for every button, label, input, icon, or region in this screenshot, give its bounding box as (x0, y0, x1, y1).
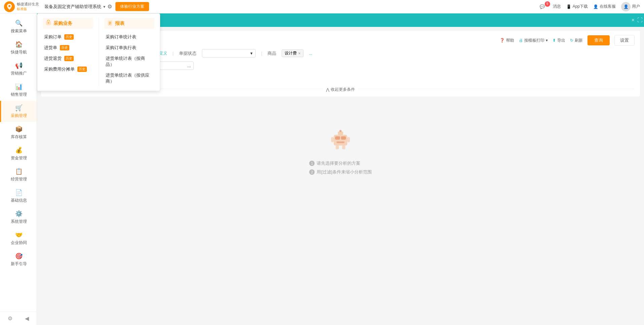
sidebar-item-quick[interactable]: 🏠 快捷导航 (0, 37, 37, 58)
home-icon: 🏠 (15, 41, 23, 48)
tab-bar-right: × ⛶ (632, 17, 643, 23)
collapse-line-right (358, 89, 635, 89)
system-icon: ⚙️ (15, 210, 23, 217)
svg-rect-4 (336, 141, 345, 143)
voucher-status-dropdown-icon: ▾ (250, 51, 253, 56)
goods-label: 商品 (267, 50, 276, 56)
svg-rect-10 (342, 146, 346, 149)
app-download-btn[interactable]: 📱 App下载 (566, 4, 588, 9)
sys-title-area: 装备及固定资产辅助管理系统 ▾ ⚙ (44, 3, 112, 10)
collapse-btn[interactable]: ⋀ 收起更多条件 (326, 87, 355, 92)
dropdown-purchase-order[interactable]: 采购订单 历史 (43, 32, 93, 42)
help-icon: ❓ (500, 38, 505, 43)
svg-rect-2 (335, 136, 340, 140)
svg-rect-1 (334, 135, 347, 146)
svg-rect-7 (331, 137, 334, 142)
search-icon: 🔍 (15, 19, 23, 27)
refresh-icon: ↻ (570, 38, 573, 43)
sales-icon: 📊 (15, 83, 23, 90)
logo-text: 畅捷通好生意 (17, 2, 39, 6)
dropdown-report-col: 报表 采购订单统计表 采购订单执行表 进货单统计表（按商品） 进货单统计表（按供… (99, 18, 160, 87)
report-title-icon (107, 20, 113, 27)
help-btn[interactable]: ❓ 帮助 (500, 38, 514, 43)
sys-settings-btn[interactable]: ⚙ (107, 3, 112, 10)
sidebar-item-purchase[interactable]: 🛒 采购管理 (0, 101, 37, 122)
collab-icon: 🤝 (15, 231, 23, 239)
service-icon: 👤 (593, 4, 598, 9)
svg-rect-9 (336, 146, 339, 149)
sidebar-item-collab[interactable]: 🤝 企业协同 (0, 228, 37, 249)
empty-state: 1 请先选择要分析的方案 2 用[过滤]条件来缩小分析范围 (41, 100, 640, 203)
print-dropdown-icon: ▾ (546, 38, 548, 43)
dropdown-purchase-receive[interactable]: 进货单 历史 (43, 42, 93, 53)
sidebar-item-basic[interactable]: 📄 基础信息 (0, 186, 37, 207)
goods-tag-close[interactable]: × (298, 51, 300, 56)
message-badge: 9 (545, 1, 550, 7)
sidebar-collapse-btn[interactable]: ◀ (25, 315, 29, 322)
salesman-more-icon: ... (187, 63, 191, 68)
print-btn[interactable]: 🖨 按模板打印 ▾ (519, 38, 548, 43)
svg-rect-8 (347, 137, 350, 142)
dropdown-report-order-exec[interactable]: 采购订单执行表 (104, 42, 155, 53)
svg-rect-3 (341, 136, 346, 140)
report-section-title: 报表 (104, 18, 155, 29)
dropdown-report-order-stat[interactable]: 采购订单统计表 (104, 32, 155, 42)
svg-point-6 (339, 130, 342, 132)
sidebar: 🔍 搜索菜单 🏠 快捷导航 📢 营销推广 📊 销售管理 🛒 采购管理 📦 库存核… (0, 13, 37, 325)
collapse-icon: ⋀ (326, 87, 329, 92)
dropdown-report-receive-goods[interactable]: 进货单统计表（按商品） (104, 53, 155, 70)
purchase-icon: 🛒 (15, 104, 23, 112)
history-badge-2: 历史 (64, 56, 74, 61)
history-badge-3: 历史 (77, 67, 87, 72)
empty-tip-2: 2 用[过滤]条件来缩小分析范围 (309, 168, 371, 176)
filter-settings-btn[interactable]: 设置 (614, 35, 635, 46)
tab-window-maximize-btn[interactable]: ⛶ (637, 17, 643, 23)
dropdown-report-receive-supplier[interactable]: 进货单统计表（按供应商） (104, 70, 155, 87)
empty-illustration (327, 127, 354, 154)
trial-btn[interactable]: 体验行业方案 (115, 2, 149, 11)
inventory-icon: 📦 (15, 125, 23, 133)
operation-icon: 📋 (15, 168, 23, 175)
export-btn[interactable]: ⬆ 导出 (552, 38, 565, 43)
query-btn[interactable]: 查询 (587, 35, 610, 45)
message-icon: 💬 (540, 4, 545, 9)
guide-icon: 🎯 (15, 252, 23, 260)
marketing-icon: 📢 (15, 62, 23, 69)
goods-more-btn[interactable]: ... (309, 51, 312, 56)
empty-tip-1: 1 请先选择要分析的方案 (309, 159, 371, 168)
voucher-status-label: 单据状态 (179, 50, 196, 56)
sidebar-item-system[interactable]: ⚙️ 系统管理 (0, 207, 37, 228)
sidebar-item-operation[interactable]: 📋 经营管理 (0, 164, 37, 186)
sidebar-item-finance[interactable]: 💰 资金管理 (0, 143, 37, 164)
sidebar-settings-btn[interactable]: ⚙ (8, 315, 12, 322)
header-right: 💬 9 消息 📱 App下载 👤 在线客服 👤 用户 (540, 2, 640, 11)
sys-title-dropdown-btn[interactable]: ▾ (103, 4, 105, 9)
dropdown-purchase-expense[interactable]: 采购费用分摊单 历史 (43, 64, 93, 75)
sidebar-item-marketing[interactable]: 📢 营销推广 (0, 58, 37, 80)
purchase-title-icon (45, 20, 51, 27)
sidebar-item-guide[interactable]: 🎯 新手引导 (0, 249, 37, 270)
history-badge-0: 历史 (64, 34, 74, 40)
export-icon: ⬆ (552, 38, 556, 43)
print-icon: 🖨 (519, 38, 523, 43)
dropdown-purchase-return[interactable]: 进货退货 历史 (43, 53, 93, 64)
refresh-btn[interactable]: ↻ 刷新 (570, 38, 583, 43)
history-badge-1: 历史 (60, 45, 69, 50)
message-btn[interactable]: 💬 9 消息 (540, 4, 561, 9)
goods-tag: 设计费 × (282, 49, 303, 57)
svg-point-0 (8, 5, 10, 7)
sidebar-bottom: ⚙ ◀ (0, 312, 37, 325)
voucher-status-select[interactable]: ▾ (202, 49, 256, 57)
user-area[interactable]: 👤 用户 (621, 2, 640, 11)
user-avatar: 👤 (621, 2, 631, 11)
online-service-btn[interactable]: 👤 在线客服 (593, 4, 616, 9)
logo-area: 畅捷通好生意 标准版 (4, 1, 41, 12)
svg-point-12 (48, 22, 49, 24)
tab-window-close-btn[interactable]: × (632, 17, 635, 23)
sys-title: 装备及固定资产辅助管理系统 (44, 4, 101, 10)
sidebar-item-sales[interactable]: 📊 销售管理 (0, 80, 37, 101)
sidebar-item-search[interactable]: 🔍 搜索菜单 (0, 16, 37, 37)
logo-badge: 标准版 (17, 7, 39, 11)
sidebar-item-inventory[interactable]: 📦 库存核算 (0, 122, 37, 143)
empty-tips: 1 请先选择要分析的方案 2 用[过滤]条件来缩小分析范围 (309, 159, 371, 176)
